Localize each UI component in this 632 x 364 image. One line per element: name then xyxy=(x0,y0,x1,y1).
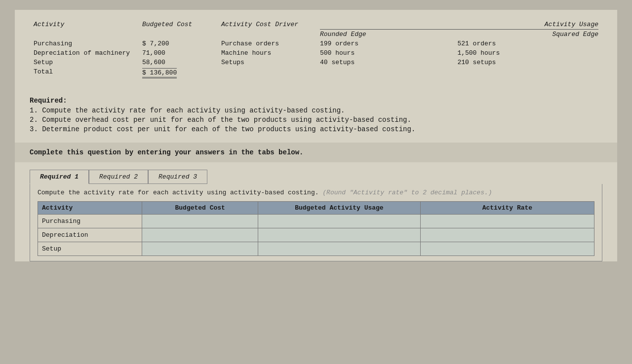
rate-budgeted-cost-setup[interactable] xyxy=(142,242,258,256)
rate-table: Activity Budgeted Cost Budgeted Activity… xyxy=(38,201,594,256)
budgeted-cost-cell: $ 7,200 xyxy=(138,39,217,48)
activity-cell: Purchasing xyxy=(30,39,138,48)
rate-usage-setup[interactable] xyxy=(258,242,421,256)
required-section: Required: 1. Compute the activity rate f… xyxy=(15,89,617,143)
tabs-container: Required 1 Required 2 Required 3 xyxy=(15,162,617,184)
input-budgeted-cost-setup[interactable] xyxy=(146,245,254,253)
complete-bar: Complete this question by entering your … xyxy=(15,143,617,162)
rate-table-header-budgeted-usage: Budgeted Activity Usage xyxy=(258,202,421,215)
driver-cell: Setups xyxy=(217,58,316,67)
rate-activity-rate-setup[interactable] xyxy=(420,242,594,256)
input-rate-purchasing[interactable] xyxy=(425,218,590,225)
table-row: Depreciation of machinery 71,000 Machine… xyxy=(30,48,602,58)
driver-cell: Purchase orders xyxy=(217,39,316,48)
total-value: $ 136,800 xyxy=(138,67,217,79)
squared-cell: 210 setups xyxy=(453,58,602,67)
rate-activity-rate-depreciation[interactable] xyxy=(420,228,594,242)
rate-budgeted-cost-depreciation[interactable] xyxy=(142,228,258,242)
input-usage-purchasing[interactable] xyxy=(262,218,416,225)
rate-table-row-purchasing: Purchasing xyxy=(38,215,594,228)
squared-edge-header: Squared Edge xyxy=(552,31,598,38)
col-header-activity: Activity xyxy=(30,20,138,39)
input-rate-setup[interactable] xyxy=(425,245,590,253)
table-row: Setup 58,600 Setups 40 setups 210 setups xyxy=(30,58,602,67)
required-item-3: 3. Determine product cost per unit for e… xyxy=(30,125,602,133)
squared-cell: 521 orders xyxy=(453,39,602,48)
input-budgeted-cost-depreciation[interactable] xyxy=(146,231,254,239)
activity-table: Activity Budgeted Cost Activity Cost Dri… xyxy=(30,20,602,79)
rate-table-header-budgeted-cost: Budgeted Cost xyxy=(142,202,258,215)
round-note: (Round "Activity rate" to 2 decimal plac… xyxy=(322,189,492,196)
required-item-1: 1. Compute the activity rate for each ac… xyxy=(30,107,602,114)
tab-required-3[interactable]: Required 3 xyxy=(148,170,207,184)
activity-usage-header: Activity Usage xyxy=(320,21,598,30)
squared-cell: 1,500 hours xyxy=(453,48,602,58)
tab-required-2[interactable]: Required 2 xyxy=(89,170,148,184)
input-rate-depreciation[interactable] xyxy=(425,231,590,239)
rounded-cell: 199 orders xyxy=(316,39,453,48)
rounded-cell: 500 hours xyxy=(316,48,453,58)
instruction-text: Compute the activity rate for each activ… xyxy=(38,189,594,196)
table-row-total: Total $ 136,800 xyxy=(30,67,602,79)
budgeted-cost-cell: 58,600 xyxy=(138,58,217,67)
tab-content: Compute the activity rate for each activ… xyxy=(30,184,602,261)
rate-usage-purchasing[interactable] xyxy=(258,215,421,228)
rounded-edge-header: Rounded Edge xyxy=(320,31,366,38)
required-item-2: 2. Compute overhead cost per unit for ea… xyxy=(30,116,602,124)
rate-activity-depreciation: Depreciation xyxy=(38,228,142,242)
input-budgeted-cost-purchasing[interactable] xyxy=(146,218,254,225)
activity-cell: Depreciation of machinery xyxy=(30,48,138,58)
driver-cell: Machine hours xyxy=(217,48,316,58)
rounded-cell: 40 setups xyxy=(316,58,453,67)
rate-usage-depreciation[interactable] xyxy=(258,228,421,242)
budgeted-cost-cell: 71,000 xyxy=(138,48,217,58)
rate-activity-setup: Setup xyxy=(38,242,142,256)
rate-activity-purchasing: Purchasing xyxy=(38,215,142,228)
total-label: Total xyxy=(30,67,138,79)
tab-required-1[interactable]: Required 1 xyxy=(30,170,89,184)
col-header-driver: Activity Cost Driver xyxy=(217,20,316,39)
col-header-budgeted: Budgeted Cost xyxy=(138,20,217,39)
complete-bar-text: Complete this question by entering your … xyxy=(30,148,602,156)
main-container: Activity Budgeted Cost Activity Cost Dri… xyxy=(15,10,617,261)
input-usage-depreciation[interactable] xyxy=(262,231,416,239)
rate-table-header-activity-rate: Activity Rate xyxy=(420,202,594,215)
required-heading: Required: xyxy=(30,97,602,105)
rate-table-row-depreciation: Depreciation xyxy=(38,228,594,242)
tabs-row: Required 1 Required 2 Required 3 xyxy=(30,170,602,184)
rate-budgeted-cost-purchasing[interactable] xyxy=(142,215,258,228)
rate-activity-rate-purchasing[interactable] xyxy=(420,215,594,228)
data-section: Activity Budgeted Cost Activity Cost Dri… xyxy=(15,10,617,89)
table-row: Purchasing $ 7,200 Purchase orders 199 o… xyxy=(30,39,602,48)
rate-table-header-activity: Activity xyxy=(38,202,142,215)
activity-cell: Setup xyxy=(30,58,138,67)
rate-table-row-setup: Setup xyxy=(38,242,594,256)
input-usage-setup[interactable] xyxy=(262,245,416,253)
